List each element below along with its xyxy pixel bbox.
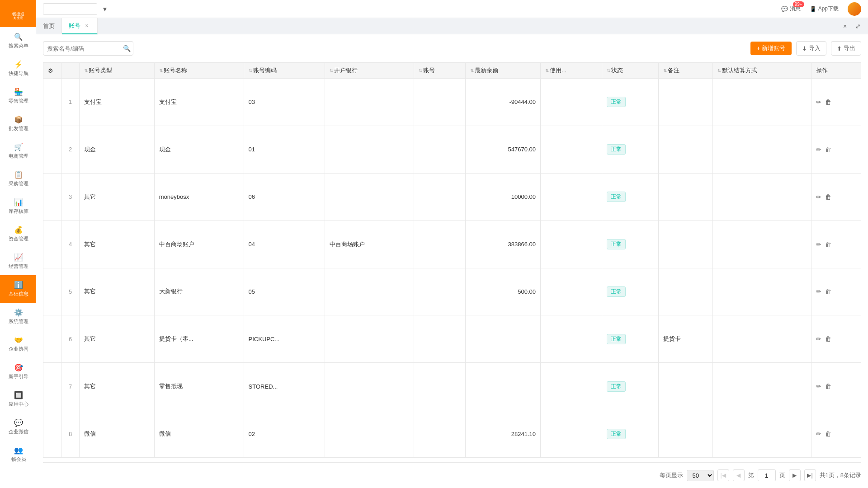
message-btn[interactable]: 💬 消息 99+ <box>781 5 801 13</box>
row-bank <box>325 268 414 315</box>
col-balance[interactable]: ⇅最新余额 <box>466 63 541 79</box>
wholesale-icon: 📦 <box>14 115 23 124</box>
delete-btn-1[interactable]: 🗑 <box>825 146 831 153</box>
last-page-btn[interactable]: ▶| <box>804 469 816 481</box>
sidebar-item-inventory[interactable]: 📊库存核算 <box>0 192 36 220</box>
row-remark <box>659 173 713 221</box>
col-settings[interactable]: ⚙ <box>43 63 61 79</box>
row-action: ✏ 🗑 <box>811 363 861 410</box>
delete-btn-3[interactable]: 🗑 <box>825 241 831 248</box>
delete-btn-4[interactable]: 🗑 <box>825 288 831 295</box>
header-search-input[interactable] <box>43 3 97 15</box>
sidebar-label-wechat: 企业微信 <box>9 428 28 435</box>
app-download-btn[interactable]: 📱 App下载 <box>810 5 839 13</box>
page-number-input[interactable] <box>758 469 776 481</box>
tab-account[interactable]: 账号 × <box>62 18 98 34</box>
edit-btn-2[interactable]: ✏ <box>816 193 821 201</box>
row-status: 正常 <box>602 126 659 173</box>
sidebar-item-system[interactable]: ⚙️系统管理 <box>0 303 36 330</box>
col-account-type[interactable]: ⇅账号类型 <box>80 63 155 79</box>
row-use <box>541 173 602 221</box>
row-action: ✏ 🗑 <box>811 126 861 173</box>
edit-btn-6[interactable]: ✏ <box>816 383 821 390</box>
tab-close-btn[interactable]: × <box>840 21 850 32</box>
row-action: ✏ 🗑 <box>811 79 861 126</box>
row-balance: 547670.00 <box>466 126 541 173</box>
export-button[interactable]: ⬆ 导出 <box>831 41 861 56</box>
next-page-btn[interactable]: ▶ <box>789 469 801 481</box>
col-bank[interactable]: ⇅开户银行 <box>325 63 414 79</box>
row-type: 其它 <box>80 363 155 410</box>
col-account-no[interactable]: ⇅账号 <box>414 63 466 79</box>
search-input[interactable] <box>47 45 123 52</box>
tab-actions: × ⤢ <box>840 21 868 32</box>
row-balance: 383866.00 <box>466 221 541 268</box>
col-status[interactable]: ⇅状态 <box>602 63 659 79</box>
row-default-settle <box>713 268 811 315</box>
sidebar-item-operations[interactable]: 📈经营管理 <box>0 248 36 275</box>
import-button[interactable]: ⬇ 导入 <box>796 41 826 56</box>
tab-home[interactable]: 首页 <box>36 18 62 34</box>
user-avatar[interactable] <box>848 2 861 16</box>
account-tab-label: 账号 <box>69 22 80 30</box>
table-row: 5 其它 大新银行 05 500.00 正常 ✏ 🗑 <box>43 268 861 315</box>
row-default-settle <box>713 363 811 410</box>
edit-btn-0[interactable]: ✏ <box>816 99 821 106</box>
main-area: ▼ 💬 消息 99+ 📱 App下载 首页 账号 × × ⤢ <box>36 0 868 488</box>
wechat-icon: 💬 <box>14 418 23 427</box>
col-account-name[interactable]: ⇅账号名称 <box>154 63 244 79</box>
edit-btn-1[interactable]: ✏ <box>816 146 821 153</box>
sidebar-item-ecommerce[interactable]: 🛒电商管理 <box>0 137 36 165</box>
inventory-icon: 📊 <box>14 198 23 206</box>
message-badge: 99+ <box>793 1 804 7</box>
col-account-code[interactable]: ⇅账号编码 <box>244 63 325 79</box>
tab-bar: 首页 账号 × × ⤢ <box>36 18 868 34</box>
row-num: 6 <box>61 315 80 363</box>
row-remark <box>659 79 713 126</box>
row-type: 微信 <box>80 410 155 458</box>
sidebar-label-inventory: 库存核算 <box>9 208 28 215</box>
app-download-label: App下载 <box>818 5 839 13</box>
row-status: 正常 <box>602 315 659 363</box>
sidebar-item-basic-info[interactable]: ℹ️基础信息 <box>0 275 36 303</box>
sidebar-item-wechat[interactable]: 💬企业微信 <box>0 413 36 441</box>
sidebar-item-app-center[interactable]: 🔲应用中心 <box>0 385 36 413</box>
tab-expand-btn[interactable]: ⤢ <box>853 21 863 32</box>
sidebar-label-purchase: 采购管理 <box>9 180 28 187</box>
status-badge: 正常 <box>607 192 626 202</box>
page-size-select[interactable]: 50 100 <box>687 470 714 481</box>
sidebar-item-retail[interactable]: 🏪零售管理 <box>0 82 36 110</box>
prev-page-btn[interactable]: ◀ <box>733 469 745 481</box>
delete-btn-0[interactable]: 🗑 <box>825 99 831 106</box>
col-default-settle[interactable]: ⇅默认结算方式 <box>713 63 811 79</box>
delete-btn-5[interactable]: 🗑 <box>825 335 831 343</box>
row-use <box>541 363 602 410</box>
sidebar-item-wholesale[interactable]: 📦批发管理 <box>0 110 36 137</box>
sidebar-item-newbie[interactable]: 🎯新手引导 <box>0 358 36 385</box>
first-page-btn[interactable]: |◀ <box>717 469 729 481</box>
edit-btn-3[interactable]: ✏ <box>816 241 821 248</box>
sidebar-item-purchase[interactable]: 📋采购管理 <box>0 165 36 192</box>
col-use[interactable]: ⇅使用... <box>541 63 602 79</box>
sidebar-item-enterprise[interactable]: 🤝企业协同 <box>0 330 36 358</box>
row-name: 微信 <box>154 410 244 458</box>
sidebar-item-finance[interactable]: 💰资金管理 <box>0 220 36 248</box>
edit-btn-7[interactable]: ✏ <box>816 430 821 437</box>
col-remark[interactable]: ⇅备注 <box>659 63 713 79</box>
edit-btn-5[interactable]: ✏ <box>816 335 821 343</box>
tab-account-close[interactable]: × <box>83 22 90 29</box>
delete-btn-2[interactable]: 🗑 <box>825 193 831 201</box>
row-account-no <box>414 268 466 315</box>
row-code: 04 <box>244 221 325 268</box>
add-account-button[interactable]: + 新增账号 <box>750 42 792 55</box>
header-dropdown-icon[interactable]: ▼ <box>102 5 108 13</box>
delete-btn-7[interactable]: 🗑 <box>825 430 831 437</box>
sidebar-label-basic-info: 基础信息 <box>9 291 28 297</box>
row-bank <box>325 173 414 221</box>
sidebar-item-member[interactable]: 👥畅会员 <box>0 441 36 468</box>
edit-btn-4[interactable]: ✏ <box>816 288 821 295</box>
delete-btn-6[interactable]: 🗑 <box>825 383 831 390</box>
sidebar-item-quick-nav[interactable]: ⚡快捷导航 <box>0 55 36 82</box>
member-icon: 👥 <box>14 446 23 455</box>
sidebar-item-search[interactable]: 🔍搜索菜单 <box>0 27 36 55</box>
